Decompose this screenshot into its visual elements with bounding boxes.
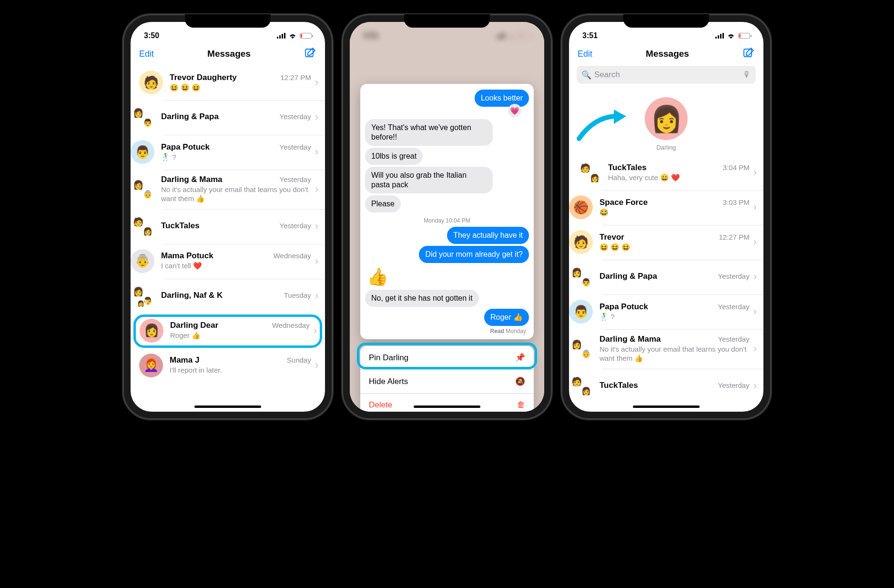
conversation-preview-card[interactable]: Looks better 💗 Yes! That's what we've go… [360,84,534,339]
message-preview: I can't tell ❤️ [161,262,311,271]
conversation-row[interactable]: 👵 Mama PotuckWednesday I can't tell ❤️ › [164,244,325,279]
received-message: Will you also grab the Italian pasta pac… [365,167,493,193]
avatar: 🏀 [569,195,593,219]
chevron-right-icon: › [753,236,757,248]
conversation-row[interactable]: 🧑👩 TuckTales3:04 PM Haha, very cute 😄 ❤️… [569,156,763,190]
contact-name: TuckTales [599,381,638,390]
chevron-right-icon: › [315,111,318,123]
search-placeholder: Search [594,70,740,80]
contact-name: Space Force [599,198,648,207]
avatar: 👨 [569,300,593,324]
chevron-right-icon: › [753,380,757,392]
conversation-row[interactable]: 👩👨 Darling & PapaYesterday › [164,100,325,135]
conversation-row[interactable]: 🏀 Space Force3:03 PM 😂 › [602,190,763,225]
conversation-row[interactable]: 👩‍🦰 Mama JSunday I'll report in later. › [131,349,325,383]
contact-name: Trevor [599,233,624,242]
conversation-row[interactable]: 🧑👩 TuckTalesYesterday › [602,369,763,404]
compose-button[interactable] [304,47,316,61]
timestamp: Yesterday [280,222,311,230]
avatar: 🧑 [569,230,593,254]
group-avatar: 🧑👩 [578,161,601,184]
conversation-list: 🧑 Trevor Daugherty12:27 PM 😆 😆 😆 › 👩👨 Da… [131,66,325,383]
trash-icon: 🗑 [517,400,525,410]
home-indicator[interactable] [194,406,261,408]
timestamp: 12:27 PM [280,73,311,81]
edit-button[interactable]: Edit [578,49,592,59]
timestamp: Yesterday [718,335,750,343]
page-title: Messages [646,49,689,59]
pin-icon: 📌 [515,353,525,363]
chevron-right-icon: › [315,220,318,233]
tapback-love-icon: 💗 [508,104,521,117]
battery-icon [738,33,750,39]
svg-rect-10 [718,35,719,39]
timestamp: 3:04 PM [723,163,750,172]
conversation-row[interactable]: 👩 Darling DearWednesday Roger 👍 › [140,319,317,343]
home-indicator[interactable] [414,406,480,408]
group-avatar: 👩👵 [131,177,154,201]
pinned-avatar[interactable]: 👩 [645,97,688,140]
conversation-row[interactable]: 🧑 Trevor Daugherty12:27 PM 😆 😆 😆 › [131,66,325,100]
svg-rect-3 [284,33,285,39]
menu-label: Delete [369,400,392,410]
timestamp: Sunday [287,356,311,364]
pinned-contact-name: Darling [569,144,763,151]
chevron-right-icon: › [315,255,318,267]
svg-rect-11 [720,34,721,39]
svg-rect-0 [277,37,278,39]
timestamp: Wednesday [272,321,310,329]
group-avatar: 👩👨 [569,265,593,289]
avatar: 👩 [140,319,163,343]
conversation-row[interactable]: 👩👨 Darling & PapaYesterday › [602,260,763,294]
conversation-list: 🧑👩 TuckTales3:04 PM Haha, very cute 😄 ❤️… [569,156,763,404]
message-preview: 😆 😆 😆 [170,83,311,92]
compose-icon [304,47,316,59]
conversation-row[interactable]: 🧑 Trevor12:27 PM 😆 😆 😆 › [602,225,763,260]
contact-name: TuckTales [161,221,200,231]
svg-rect-8 [503,33,505,39]
svg-rect-1 [279,35,281,39]
sent-message: Roger 👍 [484,309,529,326]
chevron-right-icon: › [753,305,757,318]
conversation-row[interactable]: 👩👨👩 Darling, Naf & KTuesday › [164,279,325,314]
timestamp: Tuesday [284,291,311,299]
menu-item-delete[interactable]: Delete 🗑 [360,393,534,412]
avatar: 🧑 [139,71,163,94]
notch [185,14,271,28]
conversation-row[interactable]: 👩👵 Darling & MamaYesterday No it's actua… [602,329,763,369]
home-indicator[interactable] [633,406,700,408]
contact-name: Papa Potuck [161,142,210,152]
edit-button[interactable]: Edit [139,49,154,59]
conversation-row[interactable]: 👨 Papa PotuckYesterday 🕺 ? › [164,135,325,170]
svg-rect-2 [282,34,283,39]
group-avatar: 👩👨👩 [131,284,154,308]
chevron-right-icon: › [315,290,318,302]
chevron-right-icon: › [315,76,318,89]
message-preview: 😂 [599,208,750,217]
message-preview: 🕺 ? [599,313,750,322]
avatar: 👩‍🦰 [139,354,163,377]
group-avatar: 👩👵 [569,337,593,361]
chevron-right-icon: › [753,343,757,355]
conversation-row[interactable]: 👩👵 Darling & MamaYesterday No it's actua… [164,170,325,209]
svg-rect-12 [722,33,724,39]
compose-icon [742,47,755,59]
navigation-bar: Edit Messages [569,43,763,66]
conversation-row[interactable]: 👨 Papa PotuckYesterday 🕺 ? › [602,294,763,329]
menu-item-hide-alerts[interactable]: Hide Alerts 🔕 [360,369,534,393]
pinned-conversations: 👩 Darling [569,89,763,156]
conversation-row[interactable]: 🧑👩 TuckTalesYesterday › [164,209,325,244]
chevron-right-icon: › [314,324,317,337]
battery-icon [519,33,531,39]
tutorial-arrow-icon [577,108,629,141]
message-preview: Roger 👍 [170,331,310,340]
menu-item-pin[interactable]: Pin Darling 📌 [360,346,534,369]
sent-message: They actually have it [447,227,529,244]
group-avatar: 🧑👩 [131,214,154,238]
menu-label: Hide Alerts [369,377,408,386]
search-input[interactable]: 🔍 Search 🎙 [577,66,756,84]
compose-button[interactable] [742,47,755,61]
navigation-bar: Edit Messages [131,43,325,66]
context-menu: Pin Darling 📌 Hide Alerts 🔕 Delete 🗑 [360,346,534,412]
dictation-icon[interactable]: 🎙 [743,70,751,80]
